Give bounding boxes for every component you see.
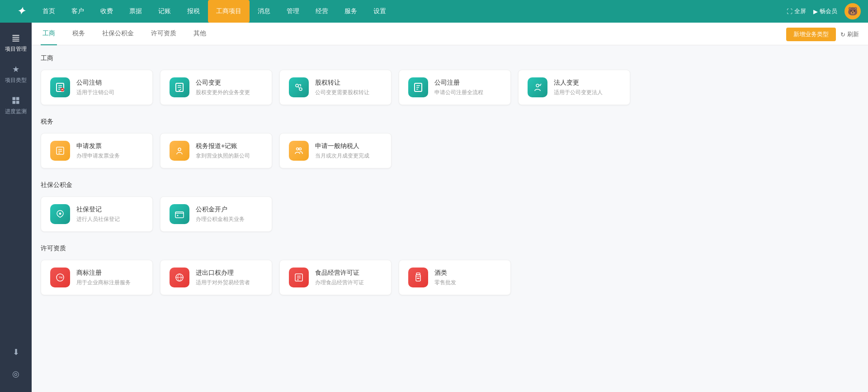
section-tax: 税务 申请发票 办理申请发票业务: [41, 118, 859, 168]
svg-rect-45: [417, 278, 420, 279]
list-icon: [10, 33, 21, 43]
fullscreen-button[interactable]: ⛶ 全屏: [787, 7, 806, 15]
sidebar-item-project-types[interactable]: ★ 项目类型: [0, 58, 32, 90]
nav-management[interactable]: 管理: [278, 0, 307, 23]
card-social-register[interactable]: 社保登记 进行人员社保登记: [41, 196, 153, 232]
nav-business[interactable]: 工商项目: [208, 0, 250, 23]
sidebar-bottom: ⬇ ◎: [0, 343, 32, 392]
card-text-trademark: 商标注册 用于企业商标注册服务: [76, 269, 131, 287]
card-text-company-register: 公司注册 申请公司注册全流程: [434, 79, 483, 96]
section-business: 工商 公司注销 适用于注销公司: [41, 54, 859, 105]
svg-point-28: [178, 148, 181, 151]
invoice-apply-icon: [50, 141, 70, 161]
legal-change-icon: [528, 77, 547, 97]
business-cards-grid: 公司注销 适用于注销公司 公司变更 股权变更外的业务变更: [41, 70, 859, 105]
svg-point-29: [297, 148, 299, 150]
card-alcohol[interactable]: 酒类 零售批发: [399, 260, 511, 295]
svg-rect-3: [13, 41, 19, 42]
svg-rect-1: [13, 37, 19, 38]
equity-transfer-icon: [289, 77, 309, 97]
tab-social-security[interactable]: 社保公积金: [100, 23, 136, 45]
card-company-cancel[interactable]: 公司注销 适用于注销公司: [41, 70, 153, 105]
nav-accounting[interactable]: 记账: [150, 0, 179, 23]
sidebar-item-progress-monitor[interactable]: 进度监测: [0, 90, 32, 121]
card-invoice-apply[interactable]: 申请发票 办理申请发票业务: [41, 133, 153, 168]
tab-license[interactable]: 许可资质: [149, 23, 178, 45]
license-cards-grid: ™ 商标注册 用于企业商标注册服务 进出口权办理: [41, 260, 859, 295]
card-food-license[interactable]: 食品经营许可证 办理食品经营许可证: [279, 260, 392, 295]
alcohol-icon: [408, 268, 428, 287]
card-text-tax-report: 税务报道+记账 拿到营业执照的新公司: [196, 142, 250, 160]
card-text-legal-change: 法人变更 适用于公司变更法人: [554, 79, 603, 96]
sidebar-item-label: 进度监测: [5, 108, 27, 115]
card-company-change[interactable]: 公司变更 股权变更外的业务变更: [160, 70, 272, 105]
tax-report-icon: [170, 141, 189, 161]
nav-items: 首页 客户 收费 票据 记账 报税 工商项目 消息 管理 经营 服务 设置: [34, 0, 787, 23]
nav-customers[interactable]: 客户: [63, 0, 92, 23]
tab-actions: 新增业务类型 ↻ 刷新: [786, 28, 859, 45]
nav-invoices[interactable]: 票据: [121, 0, 150, 23]
svg-rect-4: [13, 97, 16, 100]
fullscreen-icon: ⛶: [787, 8, 793, 15]
svg-rect-32: [175, 212, 184, 218]
company-cancel-icon: [50, 77, 70, 97]
svg-point-30: [299, 148, 302, 150]
social-register-icon: [50, 204, 70, 224]
sidebar-item-project-mgmt[interactable]: 项目管理: [0, 27, 32, 58]
card-company-register[interactable]: 公司注册 申请公司注册全流程: [399, 70, 511, 105]
grid-icon: [10, 95, 21, 106]
location-button[interactable]: ◎: [7, 365, 25, 383]
refresh-button[interactable]: ↻ 刷新: [840, 30, 859, 38]
svg-point-33: [177, 215, 179, 216]
social-cards-grid: 社保登记 进行人员社保登记 公积金开户 办理公积金相关业务: [41, 196, 859, 232]
nav-services[interactable]: 服务: [336, 0, 365, 23]
section-license: 许可资质 ™ 商标注册 用于企业商标注册服务: [41, 244, 859, 295]
vip-icon: ▶: [813, 8, 818, 15]
svg-rect-2: [13, 39, 19, 40]
svg-rect-5: [16, 97, 19, 100]
svg-point-31: [59, 213, 61, 215]
nav-fees[interactable]: 收费: [92, 0, 121, 23]
top-navigation: ✦ 首页 客户 收费 票据 记账 报税 工商项目 消息 管理 经营 服务 设置 …: [0, 0, 868, 23]
card-equity-transfer[interactable]: 股权转让 公司变更需要股权转让: [279, 70, 392, 105]
vip-button[interactable]: ▶ 畅会员: [813, 7, 837, 15]
card-text-company-cancel: 公司注销 适用于注销公司: [76, 79, 114, 96]
card-text-import-export: 进出口权办理 适用于对外贸易经营者: [196, 269, 250, 287]
tab-tax[interactable]: 税务: [71, 23, 87, 45]
add-business-type-button[interactable]: 新增业务类型: [786, 28, 836, 41]
svg-text:™: ™: [58, 276, 63, 281]
download-button[interactable]: ⬇: [7, 343, 25, 361]
company-change-icon: [170, 77, 189, 97]
tax-cards-grid: 申请发票 办理申请发票业务 税务报道+记账 拿到营业执照的新公司: [41, 133, 859, 168]
card-tax-report[interactable]: 税务报道+记账 拿到营业执照的新公司: [160, 133, 272, 168]
avatar[interactable]: 🐻: [844, 3, 861, 19]
card-general-taxpayer[interactable]: 申请一般纳税人 当月或次月成变更完成: [279, 133, 392, 168]
card-text-alcohol: 酒类 零售批发: [434, 269, 456, 287]
section-title-social: 社保公积金: [41, 181, 859, 189]
main-layout: 项目管理 ★ 项目类型 进度监测 ⬇ ◎ 工商 税务 社保公积金 许可资质 其他: [0, 23, 868, 392]
nav-settings[interactable]: 设置: [365, 0, 394, 23]
fund-open-icon: [170, 204, 189, 224]
card-fund-open[interactable]: 公积金开户 办理公积金相关业务: [160, 196, 272, 232]
star-icon: ★: [10, 64, 21, 75]
card-legal-change[interactable]: 法人变更 适用于公司变更法人: [518, 70, 630, 105]
tab-business[interactable]: 工商: [41, 23, 57, 45]
nav-operations[interactable]: 经营: [307, 0, 336, 23]
card-text-fund-open: 公积金开户 办理公积金相关业务: [196, 206, 245, 223]
nav-tax[interactable]: 报税: [179, 0, 208, 23]
scrollable-content[interactable]: 工商 公司注销 适用于注销公司: [32, 45, 868, 392]
content-area: 工商 税务 社保公积金 许可资质 其他 新增业务类型 ↻ 刷新 工商: [32, 23, 868, 392]
card-text-equity-transfer: 股权转让 公司变更需要股权转让: [315, 79, 369, 96]
card-text-invoice-apply: 申请发票 办理申请发票业务: [76, 142, 120, 160]
nav-messages[interactable]: 消息: [250, 0, 278, 23]
svg-point-23: [536, 84, 539, 87]
tab-other[interactable]: 其他: [192, 23, 208, 45]
general-taxpayer-icon: [289, 141, 309, 161]
card-trademark[interactable]: ™ 商标注册 用于企业商标注册服务: [41, 260, 153, 295]
company-register-icon: [408, 77, 428, 97]
top-nav-right: ⛶ 全屏 ▶ 畅会员 🐻: [787, 3, 861, 19]
nav-home[interactable]: 首页: [34, 0, 63, 23]
section-social: 社保公积金 社保登记 进行人员社保登记: [41, 181, 859, 232]
card-import-export[interactable]: 进出口权办理 适用于对外贸易经营者: [160, 260, 272, 295]
card-text-food-license: 食品经营许可证 办理食品经营许可证: [315, 269, 364, 287]
